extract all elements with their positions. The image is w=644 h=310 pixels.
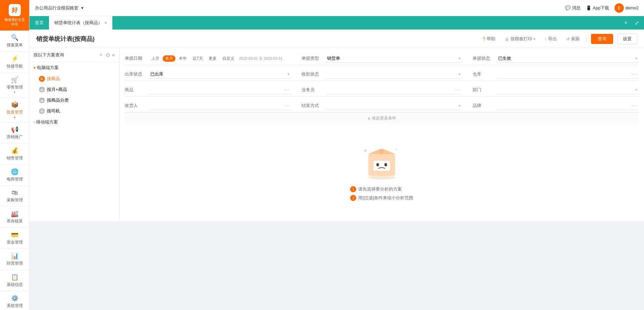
filter-row-2: 出库状态 已出库 ▾ 收款状态 ▾ (125, 68, 639, 81)
collection-value-container[interactable]: ▾ (326, 70, 462, 79)
hint-num-2: 2 (350, 195, 356, 201)
user-menu[interactable]: E demo2 (614, 3, 639, 13)
export-label: 导出 (548, 36, 557, 42)
collection-dropdown-icon: ▾ (459, 72, 461, 76)
query-btn[interactable]: 查询 (591, 34, 613, 44)
date-tab-this-year[interactable]: 本年 (176, 55, 189, 62)
svg-text:✦: ✦ (395, 148, 398, 151)
tab-close-icon[interactable]: × (104, 20, 107, 25)
tab-close-all[interactable]: × (621, 18, 631, 28)
app-name: 畅捷通好生意 (5, 17, 25, 22)
search-icon: 🔍 (11, 34, 18, 41)
date-tab-last-month[interactable]: 上月 (149, 55, 162, 62)
collapse-scheme-icon[interactable]: « (112, 52, 115, 58)
sidebar: 好 畅捷通好生意 标版 🔍 搜索菜单 ⚡ 快捷导航 🛒 零售管理 ▾ 📦 批发管… (0, 0, 30, 310)
sidebar-item-sales[interactable]: 💰 销售管理 (0, 144, 29, 165)
page-header: 销货单统计表(按商品) ? 帮助 🖨 按模板打印 ▾ ↑ 导出 (30, 30, 644, 48)
scheme-item-by-goods[interactable]: 按 按商品 (30, 73, 119, 84)
payment-label: 结算方式 (302, 103, 326, 109)
print-label: 按模板打印 (511, 36, 532, 42)
scheme-cat-pc[interactable]: ▾ 电脑端方案 (30, 62, 119, 73)
svg-text:✦: ✦ (393, 158, 396, 161)
date-tab-custom[interactable]: 自定义 (220, 55, 237, 62)
purchase-icon: 🛍 (12, 189, 18, 196)
filter-date: 单据日期 上月 本月 本年 近7天 更多 自定义 2023-03-01 至 20… (125, 52, 296, 65)
help-btn[interactable]: ? 帮助 (480, 35, 498, 43)
out-status-value-container[interactable]: 已出库 ▾ (149, 70, 291, 79)
date-tab-this-month[interactable]: 本月 (163, 55, 175, 62)
settings-scheme-icon[interactable]: ⊙ (106, 52, 110, 58)
message-btn[interactable]: 💬 消息 (565, 5, 581, 11)
driver-item-icon (39, 108, 45, 114)
topbar-arrow: ▾ (81, 5, 84, 10)
sidebar-item-inventory[interactable]: 🏭 库存核算 (0, 207, 29, 228)
goods-item-label: 按商品 (47, 76, 60, 82)
sidebar-item-wholesale[interactable]: 📦 批发管理 ▴ (0, 98, 29, 122)
doc-status-value-container[interactable]: 已生效 ▾ (497, 54, 639, 63)
system-icon: ⚙️ (11, 295, 18, 302)
sidebar-item-purchase[interactable]: 🛍 采购管理 (0, 186, 29, 207)
print-icon: 🖨 (505, 37, 509, 42)
sidebar-sales-label: 销售管理 (7, 155, 23, 161)
scheme-cat-mobile[interactable]: › 移动端方案 (30, 116, 119, 128)
topbar-left: 办公用品行业模拟账套 ▾ (35, 5, 84, 11)
sidebar-item-basic[interactable]: 📋 基础信息 (0, 270, 29, 291)
pc-cat-label: 电脑端方案 (37, 65, 59, 71)
receiver-value-container[interactable]: ··· (149, 101, 291, 110)
sidebar-basic-label: 基础信息 (7, 282, 23, 288)
svg-text:✦: ✦ (363, 148, 367, 153)
scheme-item-by-cat[interactable]: 按商品分类 (30, 95, 119, 106)
sidebar-quicknav-label: 快捷导航 (7, 63, 23, 69)
tab-sales-stat[interactable]: 销货单统计表（按商品） × (49, 16, 112, 30)
tab-home[interactable]: 首页 (30, 16, 49, 30)
sidebar-item-system[interactable]: ⚙️ 系统管理 (0, 291, 29, 310)
svg-rect-8 (40, 109, 44, 113)
refresh-label: 刷新 (571, 36, 580, 42)
hint-num-1: 1 (350, 186, 356, 192)
filter-out-status: 出库状态 已出库 ▾ (125, 68, 296, 81)
print-btn[interactable]: 🖨 按模板打印 ▾ (502, 35, 538, 43)
dept-dropdown-icon: ▾ (635, 88, 637, 92)
tab-expand[interactable]: ⤢ (632, 18, 641, 28)
brand-value-container[interactable]: ··· (497, 101, 639, 110)
user-avatar: E (614, 3, 624, 13)
wholesale-icon: 📦 (11, 101, 18, 108)
doc-status-value: 已生效 (498, 55, 511, 61)
export-btn[interactable]: ↑ 导出 (542, 35, 560, 43)
collapse-up-icon: ∧ (368, 116, 371, 121)
sidebar-item-marketing[interactable]: 📢 营销推广 (0, 122, 29, 144)
sidebar-item-operations[interactable]: 📊 经营管理 (0, 249, 29, 270)
driver-item-label: 按司机 (47, 108, 60, 114)
app-download-label: App下载 (593, 5, 609, 11)
refresh-btn[interactable]: ↺ 刷新 (564, 35, 583, 43)
out-status-value: 已出库 (150, 71, 163, 77)
scheme-item-by-month-goods[interactable]: 按月+商品 (30, 84, 119, 95)
warehouse-value-container[interactable]: ··· (497, 70, 639, 79)
sidebar-ecommerce-label: 电商管理 (7, 176, 23, 182)
date-tab-more[interactable]: 更多 (206, 55, 219, 62)
sidebar-item-retail[interactable]: 🛒 零售管理 ▾ (0, 73, 29, 98)
message-label: 消息 (572, 5, 581, 11)
sidebar-item-search[interactable]: 🔍 搜索菜单 (0, 31, 29, 52)
add-scheme-icon[interactable]: ＋ (98, 51, 104, 58)
sidebar-item-quicknav[interactable]: ⚡ 快捷导航 (0, 52, 29, 73)
page-title: 销货单统计表(按商品) (36, 35, 95, 43)
settings-btn[interactable]: 设置 (617, 34, 637, 44)
goods-value-container[interactable]: ··· (149, 86, 291, 94)
salesperson-value-container[interactable]: ··· (326, 86, 462, 94)
dept-value-container[interactable]: ▾ (497, 86, 639, 94)
collapse-label: 收起更多条件 (372, 115, 396, 121)
date-tab-7days[interactable]: 近7天 (190, 55, 205, 62)
content: 销货单统计表(按商品) ? 帮助 🖨 按模板打印 ▾ ↑ 导出 (30, 30, 644, 310)
sidebar-item-ecommerce[interactable]: 🌐 电商管理 (0, 165, 29, 186)
svg-rect-4 (40, 98, 44, 102)
scheme-item-by-driver[interactable]: 按司机 (30, 106, 119, 116)
hint-text-2: 用[过滤]条件来缩小分析范围 (358, 195, 413, 201)
collapse-bar[interactable]: ∧ 收起更多条件 (125, 112, 639, 124)
payment-value-container[interactable]: ▾ (326, 101, 462, 110)
collection-label: 收款状态 (302, 71, 326, 77)
app-download-btn[interactable]: 📱 App下载 (586, 5, 609, 11)
sidebar-item-finance[interactable]: 💳 资金管理 (0, 228, 29, 249)
doc-type-label: 单据类型 (302, 55, 326, 61)
doc-type-value-container[interactable]: 销货单 ▾ (326, 54, 462, 63)
